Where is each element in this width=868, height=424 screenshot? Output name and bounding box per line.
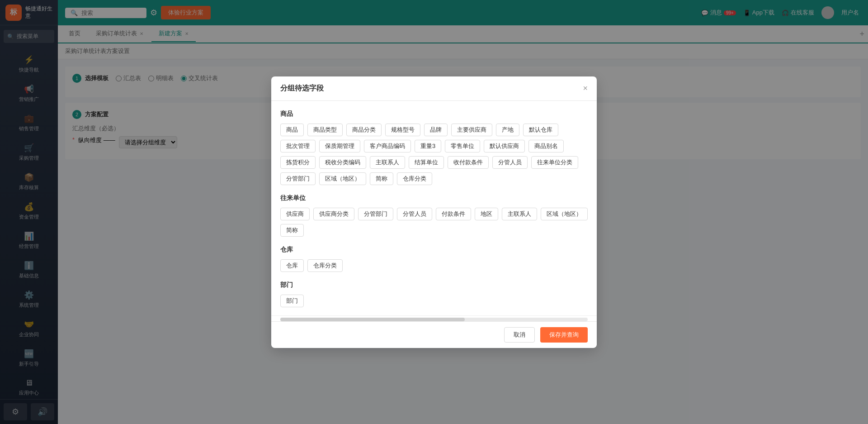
dialog-header: 分组待选字段 × (271, 76, 597, 101)
group-title-product: 商品 (280, 110, 588, 118)
partner-tags: 供应商 供应商分类 分管部门 分管人员 付款条件 地区 主联系人 区域（地区） … (280, 208, 588, 237)
horizontal-scrollbar-thumb (280, 318, 465, 321)
field-group-product: 商品 商品 商品类型 商品分类 规格型号 品牌 主要供应商 产地 默认仓库 批次… (280, 110, 588, 185)
tag-product-type[interactable]: 商品类型 (307, 124, 343, 136)
tag-dept[interactable]: 分管部门 (280, 172, 316, 185)
tag-origin[interactable]: 产地 (496, 124, 519, 136)
tag-brand[interactable]: 品牌 (424, 124, 448, 136)
dialog-close-button[interactable]: × (583, 84, 588, 93)
tag-primary-contact[interactable]: 主联系人 (370, 156, 405, 169)
tag-customer-code[interactable]: 客户商品编码 (364, 140, 411, 152)
department-tags: 部门 (280, 295, 588, 307)
tag-partner-abbr[interactable]: 简称 (280, 224, 304, 237)
tag-abbr[interactable]: 简称 (370, 172, 393, 185)
tag-weight[interactable]: 重量3 (415, 140, 441, 152)
dialog-title: 分组待选字段 (280, 84, 324, 93)
tag-default-warehouse[interactable]: 默认仓库 (523, 124, 558, 136)
tag-region[interactable]: 区域（地区） (319, 172, 366, 185)
field-group-warehouse: 仓库 仓库 仓库分类 (280, 246, 588, 272)
tag-area[interactable]: 地区 (475, 208, 498, 220)
cancel-button[interactable]: 取消 (504, 327, 535, 343)
horizontal-scrollbar[interactable] (280, 318, 588, 321)
group-title-department: 部门 (280, 281, 588, 289)
tag-tax-code[interactable]: 税收分类编码 (319, 156, 366, 169)
tag-payment-cond[interactable]: 付款条件 (436, 208, 471, 220)
tag-department[interactable]: 部门 (280, 295, 304, 307)
tag-warehouse-category[interactable]: 仓库分类 (397, 172, 432, 185)
tag-partner-category[interactable]: 往来单位分类 (531, 156, 578, 169)
dialog-body[interactable]: 商品 商品 商品类型 商品分类 规格型号 品牌 主要供应商 产地 默认仓库 批次… (271, 101, 597, 315)
tag-manager[interactable]: 分管人员 (492, 156, 528, 169)
tag-supplier[interactable]: 供应商 (280, 208, 310, 220)
tag-main-supplier[interactable]: 主要供应商 (451, 124, 492, 136)
tag-supplier-category[interactable]: 供应商分类 (313, 208, 354, 220)
dialog-scrollbar-area (271, 315, 597, 321)
product-tags: 商品 商品类型 商品分类 规格型号 品牌 主要供应商 产地 默认仓库 批次管理 … (280, 124, 588, 185)
group-title-warehouse: 仓库 (280, 246, 588, 254)
tag-batch-mgmt[interactable]: 批次管理 (280, 140, 316, 152)
dialog-footer: 取消 保存并查询 (271, 321, 597, 348)
tag-pick-score[interactable]: 拣货积分 (280, 156, 316, 169)
tag-warehouse[interactable]: 仓库 (280, 259, 304, 272)
tag-partner-contact[interactable]: 主联系人 (502, 208, 537, 220)
tag-retail-unit[interactable]: 零售单位 (445, 140, 480, 152)
field-group-partner: 往来单位 供应商 供应商分类 分管部门 分管人员 付款条件 地区 主联系人 区域… (280, 194, 588, 237)
tag-shelf-life[interactable]: 保质期管理 (319, 140, 360, 152)
tag-product-category[interactable]: 商品分类 (346, 124, 382, 136)
tag-spec-model[interactable]: 规格型号 (385, 124, 420, 136)
tag-product[interactable]: 商品 (280, 124, 304, 136)
dialog-overlay: 分组待选字段 × 商品 商品 商品类型 商品分类 规格型号 品牌 主要供应商 产… (0, 0, 868, 424)
save-query-button[interactable]: 保存并查询 (540, 327, 588, 343)
tag-partner-region[interactable]: 区域（地区） (541, 208, 588, 220)
group-field-dialog: 分组待选字段 × 商品 商品 商品类型 商品分类 规格型号 品牌 主要供应商 产… (271, 76, 597, 348)
warehouse-tags: 仓库 仓库分类 (280, 259, 588, 272)
tag-payment-terms[interactable]: 收付款条件 (448, 156, 489, 169)
tag-partner-manager[interactable]: 分管人员 (397, 208, 432, 220)
tag-default-supplier[interactable]: 默认供应商 (484, 140, 525, 152)
tag-settlement-unit[interactable]: 结算单位 (409, 156, 444, 169)
tag-partner-dept[interactable]: 分管部门 (358, 208, 393, 220)
tag-product-alias[interactable]: 商品别名 (528, 140, 564, 152)
field-group-department: 部门 部门 (280, 281, 588, 307)
tag-warehouse-cat[interactable]: 仓库分类 (307, 259, 343, 272)
group-title-partner: 往来单位 (280, 194, 588, 202)
